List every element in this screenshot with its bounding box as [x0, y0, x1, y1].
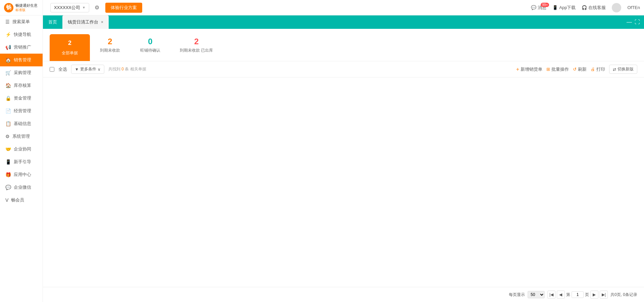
avatar[interactable]: [612, 3, 621, 12]
phone-icon: 📱: [552, 5, 558, 10]
trial-button[interactable]: 体验行业方案: [105, 3, 142, 13]
sidebar-item-enterprise[interactable]: 🤝 企业协同: [0, 143, 43, 156]
sales-icon: 🏠: [5, 57, 11, 63]
all-count: 2: [64, 37, 76, 49]
basic-info-icon: 📋: [5, 121, 11, 126]
overdue-count: 2: [108, 37, 112, 46]
sidebar-item-member[interactable]: V 畅会员: [0, 194, 43, 206]
page-input[interactable]: [572, 291, 584, 298]
sidebar-item-inventory[interactable]: 🏠 库存核算: [0, 79, 43, 92]
sidebar-item-operations[interactable]: 📄 经营管理: [0, 105, 43, 117]
finance-icon: 🔒: [5, 96, 11, 101]
prev-page-button[interactable]: ◀: [557, 291, 565, 299]
minimize-icon[interactable]: —: [627, 19, 632, 25]
marketing-icon: 📢: [5, 45, 11, 50]
maximize-icon[interactable]: ⛶: [635, 19, 640, 25]
tab-close-icon[interactable]: ×: [101, 20, 103, 24]
stat-tab-shipped[interactable]: 2 到期未收款 已出库: [170, 34, 222, 61]
inventory-icon: 🏠: [5, 83, 11, 88]
content-area: 2 全部单据 2 到期未收款 0 旺铺待确认 2 到期未收款 已出库 全选 ▼ …: [43, 29, 644, 302]
tab-bar: 首页 钱货日清工作台 × — ⛶: [43, 15, 644, 29]
shipped-label: 到期未收款 已出库: [180, 48, 213, 53]
logo-text: 畅捷通好生意 标准版: [15, 3, 38, 12]
search-menu-icon: ☰: [5, 19, 10, 24]
headset-icon: 🎧: [582, 5, 587, 10]
page-label-end: 页: [585, 292, 589, 298]
plus-icon: +: [516, 66, 519, 72]
total-info: 共0页, 0条记录: [610, 292, 637, 298]
header-right: 💬 消息 99+ 📱 App下载 🎧 在线客服 OfTEn: [531, 3, 640, 12]
online-service-item[interactable]: 🎧 在线客服: [582, 5, 606, 11]
logo-area: 畅 畅捷通好生意 标准版: [0, 0, 43, 15]
batch-operation-button[interactable]: ⊞ 批量操作: [546, 66, 569, 72]
member-icon: V: [5, 197, 8, 203]
stats-tabs: 2 全部单据 2 到期未收款 0 旺铺待确认 2 到期未收款 已出库: [43, 29, 644, 61]
logo-icon: 畅: [4, 3, 13, 12]
stat-tab-overdue[interactable]: 2 到期未收款: [90, 34, 130, 61]
message-icon: 💬: [531, 5, 536, 10]
sidebar-item-app-center[interactable]: 🎁 应用中心: [0, 168, 43, 181]
settings-icon[interactable]: ⚙: [92, 3, 102, 13]
found-count: 0: [121, 67, 124, 71]
guide-icon: 📱: [5, 159, 11, 165]
batch-icon: ⊞: [546, 67, 550, 72]
system-icon: ⚙: [5, 134, 10, 139]
sidebar-item-purchase[interactable]: 🛒 采购管理: [0, 66, 43, 79]
next-page-button[interactable]: ▶: [590, 291, 598, 299]
pending-count: 0: [148, 37, 152, 46]
company-selector[interactable]: XXXXXX公司 ▼: [50, 3, 89, 12]
tab-home[interactable]: 首页: [43, 15, 62, 29]
sidebar-item-wechat[interactable]: 💬 企业微信: [0, 181, 43, 194]
select-all-checkbox[interactable]: [50, 67, 54, 72]
refresh-button[interactable]: ↺ 刷新: [573, 66, 587, 72]
messages-badge: 99+: [541, 3, 549, 7]
shipped-count: 2: [194, 37, 199, 46]
pagination: 每页显示 50 20 100 |◀ ◀ 第 页 ▶ ▶| 共0页, 0条记录: [43, 287, 644, 302]
app-download-item[interactable]: 📱 App下载: [552, 5, 576, 11]
toolbar-right: + 新增销货单 ⊞ 批量操作 ↺ 刷新 🖨 打印 ⇄ 切换新版: [516, 65, 637, 74]
last-page-button[interactable]: ▶|: [600, 291, 608, 299]
sidebar: 畅 畅捷通好生意 标准版 ☰ 搜索菜单 ⚡ 快捷导航 📢 营销推广 🏠 销售管理…: [0, 0, 43, 302]
found-text: 共找到 0 条 相关单据: [108, 66, 146, 72]
purchase-icon: 🛒: [5, 70, 11, 75]
page-label: 第: [566, 292, 570, 298]
sidebar-item-finance[interactable]: 🔒 资金管理: [0, 92, 43, 105]
sidebar-item-system[interactable]: ⚙ 系统管理: [0, 130, 43, 143]
tab-cash-work[interactable]: 钱货日清工作台 ×: [62, 15, 109, 29]
table-area: [43, 77, 644, 287]
new-sale-button[interactable]: + 新增销货单: [516, 66, 542, 72]
quick-nav-icon: ⚡: [5, 32, 11, 37]
overdue-label: 到期未收款: [100, 48, 120, 53]
stat-tab-pending[interactable]: 0 旺铺待确认: [130, 34, 170, 61]
main-content: 2 全部单据 2 到期未收款 0 旺铺待确认 2 到期未收款 已出库 全选 ▼ …: [43, 29, 644, 302]
select-all-label: 全选: [58, 66, 67, 72]
pending-label: 旺铺待确认: [140, 48, 160, 53]
print-icon: 🖨: [591, 67, 595, 72]
filter-chevron-icon: ∨: [98, 67, 101, 72]
switch-icon: ⇄: [613, 67, 616, 72]
sidebar-item-quick-nav[interactable]: ⚡ 快捷导航: [0, 28, 43, 41]
toolbar: 全选 ▼ 更多条件 ∨ 共找到 0 条 相关单据 + 新增销货单 ⊞ 批量操作: [43, 61, 644, 77]
filter-icon: ▼: [75, 67, 79, 72]
print-button[interactable]: 🖨 打印: [591, 66, 605, 72]
wechat-icon: 💬: [5, 185, 11, 190]
filter-button[interactable]: ▼ 更多条件 ∨: [71, 65, 104, 74]
refresh-icon: ↺: [573, 67, 577, 72]
all-label: 全部单据: [62, 50, 78, 56]
sidebar-item-marketing[interactable]: 📢 营销推广: [0, 41, 43, 54]
sidebar-item-search-menu[interactable]: ☰ 搜索菜单: [0, 15, 43, 28]
sidebar-item-guide[interactable]: 📱 新手引导: [0, 156, 43, 168]
top-header: XXXXXX公司 ▼ ⚙ 体验行业方案 💬 消息 99+ 📱 App下载 🎧 在…: [43, 0, 644, 15]
switch-version-button[interactable]: ⇄ 切换新版: [609, 65, 637, 74]
tab-actions: — ⛶: [627, 19, 644, 25]
chevron-down-icon: ▼: [82, 6, 86, 9]
messages-item[interactable]: 💬 消息 99+: [531, 5, 546, 11]
sidebar-item-basic-info[interactable]: 📋 基础信息: [0, 117, 43, 130]
sidebar-item-sales[interactable]: 🏠 销售管理: [0, 54, 43, 66]
stat-tab-all[interactable]: 2 全部单据: [50, 34, 90, 61]
per-page-select[interactable]: 50 20 100: [528, 291, 545, 298]
first-page-button[interactable]: |◀: [547, 291, 555, 299]
user-name[interactable]: OfTEn: [627, 5, 640, 10]
page-nav: |◀ ◀ 第 页 ▶ ▶|: [547, 291, 608, 299]
app-center-icon: 🎁: [5, 172, 11, 177]
